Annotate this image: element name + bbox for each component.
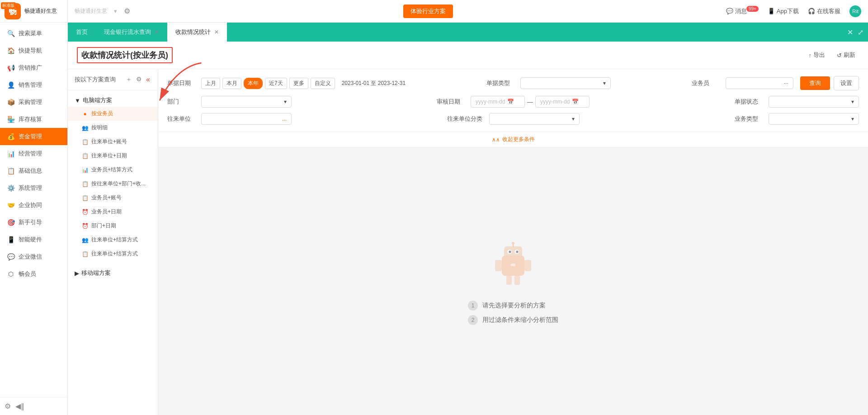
sidebar-item-basic[interactable]: 📋 基础信息 [0,162,67,179]
svg-rect-10 [511,264,515,266]
voucher-type-select[interactable]: ▾ [520,77,611,89]
chevron-up-icon: ∧∧ [492,137,500,143]
tab-cashflow-close[interactable]: ✕ [155,29,159,35]
collapse-sidebar-icon[interactable]: ◀‖ [15,402,24,410]
counterpart-category-label: 往来单位分类 [447,115,482,123]
avatar: Rit [849,5,861,17]
scheme-unit-account[interactable]: 📋 往来单位+账号 [68,135,158,149]
manage-scheme-btn[interactable]: ⚙ [135,75,143,85]
sidebar-item-wechat[interactable]: 💬 企业微信 [0,248,67,265]
operation-icon: 📊 [7,150,15,158]
counterpart-category-select[interactable]: ▾ [489,113,580,125]
svg-rect-3 [506,276,512,285]
scheme-dept-date[interactable]: ⏰ 部门+日期 [68,219,158,233]
business-type-label: 业务类型 [735,115,762,123]
audit-date-from[interactable]: yyyy-mm-dd 📅 [471,96,525,108]
sidebar-item-member[interactable]: ⬡ 畅会员 [0,265,67,283]
btn-last-month[interactable]: 上月 [201,78,220,89]
btn-more-date[interactable]: 更多 [289,78,308,89]
page-title: 收款情况统计(按业务员) [77,47,173,63]
hardware-icon: 📱 [7,236,15,244]
salesperson-date-icon: ⏰ [81,208,89,216]
basic-icon: 📋 [7,167,15,175]
tab-maximize-btn[interactable]: ⤢ [858,28,863,37]
system-icon: ⚙️ [7,184,15,192]
audit-date-to[interactable]: yyyy-mm-dd 📅 [535,96,590,108]
btn-this-month[interactable]: 本月 [222,78,241,89]
scheme-by-detail[interactable]: 👥 按明细 [68,121,158,135]
voucher-status-label: 单据状态 [735,98,762,106]
dept-chevron-icon: ▾ [284,99,287,105]
dept-label: 部门 [167,98,194,106]
sidebar-item-quicknav[interactable]: 🏠 快捷导航 [0,42,67,59]
sidebar-item-cooperation[interactable]: 🤝 企业协同 [0,197,67,214]
refresh-icon: ↺ [837,52,842,59]
scheme-by-salesperson[interactable]: ● 按业务员 [68,107,158,121]
tab-bar-actions: ✕ ⤢ [847,28,868,37]
btn-last-7days[interactable]: 近7天 [265,78,287,89]
sidebar-item-guide[interactable]: 🎯 新手引导 [0,214,67,231]
btn-this-year[interactable]: 本年 [244,78,263,89]
tab-cashflow[interactable]: 现金银行流水查询 ✕ [96,23,167,42]
message-icon: 💬 [726,8,733,14]
search-btn[interactable]: 查询 [800,76,830,90]
settings-bottom-icon[interactable]: ⚙ [5,402,11,410]
scheme-unit-payment1[interactable]: 👥 往来单位+结算方式 [68,233,158,247]
audit-date-group: yyyy-mm-dd 📅 — yyyy-mm-dd 📅 [471,96,590,108]
sidebar-item-system[interactable]: ⚙️ 系统管理 [0,179,67,197]
sidebar-item-finance[interactable]: 💰 资金管理 [0,128,67,145]
mobile-section-title[interactable]: ▶ 移动端方案 [68,265,158,279]
collapse-bar[interactable]: ∧∧ 收起更多条件 [158,132,868,147]
sidebar-item-inventory[interactable]: 🏪 库存核算 [0,111,67,128]
salesperson-label: 业务员 [692,79,719,87]
btn-custom-date[interactable]: 自定义 [311,78,335,89]
left-panel-title: 按以下方案查询 [75,75,116,84]
tab-close-all-btn[interactable]: ✕ [847,28,853,37]
unit-date-icon: 📋 [81,152,89,160]
scheme-unit-date[interactable]: 📋 往来单位+日期 [68,149,158,163]
sidebar-item-sales[interactable]: 👤 销售管理 [0,76,67,94]
dept-select[interactable]: ▾ [201,96,292,108]
collapse-panel-btn[interactable]: « [145,75,151,85]
filter-row-1: 单据日期 上月 本月 本年 近7天 更多 自定义 2023-01-01 至 20… [167,76,859,90]
page-header: 收款情况统计(按业务员) ↑ 导出 ↺ 刷新 [68,42,868,69]
expand-icon: ▼ [75,97,80,104]
app-download-btn[interactable]: 📱 App下载 [768,7,799,15]
svg-rect-2 [524,260,531,271]
scheme-unit-payment2[interactable]: 📋 往来单位+结算方式 [68,247,158,261]
tab-receipts[interactable]: 收款情况统计 ✕ [167,23,227,42]
step-num-1: 1 [468,301,478,311]
add-scheme-btn[interactable]: ＋ [125,75,133,85]
logo-text: 畅捷通好生意 [24,8,57,15]
settings-btn[interactable]: 设置 [834,76,859,90]
message-btn[interactable]: 💬 消息 99+ [726,7,759,15]
sidebar-item-search[interactable]: 🔍 搜索菜单 [0,25,67,42]
scheme-salesperson-payment[interactable]: 📊 业务员+结算方式 [68,163,158,177]
sidebar-item-hardware[interactable]: 📱 智能硬件 [0,231,67,248]
sidebar-bottom: ⚙ ◀‖ [0,397,67,415]
business-type-select[interactable]: ▾ [769,113,859,125]
svg-rect-1 [495,260,502,271]
refresh-btn[interactable]: ↺ 刷新 [833,49,859,61]
scheme-salesperson-date[interactable]: ⏰ 业务员+日期 [68,205,158,219]
mobile-schemes-section: ▶ 移动端方案 [68,263,158,282]
scheme-unit-dept[interactable]: 📋 按往来单位+部门+收... [68,177,158,191]
trial-btn[interactable]: 体验行业方案 [403,5,453,18]
counterpart-select[interactable]: ... [201,113,292,125]
desktop-section-title[interactable]: ▼ 电脑端方案 [68,93,158,107]
sidebar-item-marketing[interactable]: 📢 营销推广 [0,59,67,76]
empty-steps: 1 请先选择要分析的方案 2 用过滤条件来缩小分析范围 [468,301,558,325]
online-service-btn[interactable]: 🎧 在线客服 [808,7,840,15]
user-avatar[interactable]: Rit [849,5,861,17]
tab-home[interactable]: 首页 [68,23,96,42]
tab-receipts-close[interactable]: ✕ [214,29,219,35]
sidebar-item-operation[interactable]: 📊 经营管理 [0,145,67,162]
gear-icon[interactable]: ⚙ [124,7,130,15]
salesperson-select[interactable]: ··· [726,77,793,89]
sidebar-item-purchase[interactable]: 📦 采购管理 [0,94,67,111]
counterpart-more-btn[interactable]: ... [282,116,287,122]
left-panel: 按以下方案查询 ＋ ⚙ « ▼ 电脑端方案 ● 按业务员 👥 [68,69,158,415]
scheme-salesperson-account[interactable]: 📋 业务员+账号 [68,191,158,205]
voucher-status-select[interactable]: ▾ [769,96,859,108]
export-btn[interactable]: ↑ 导出 [805,49,829,61]
